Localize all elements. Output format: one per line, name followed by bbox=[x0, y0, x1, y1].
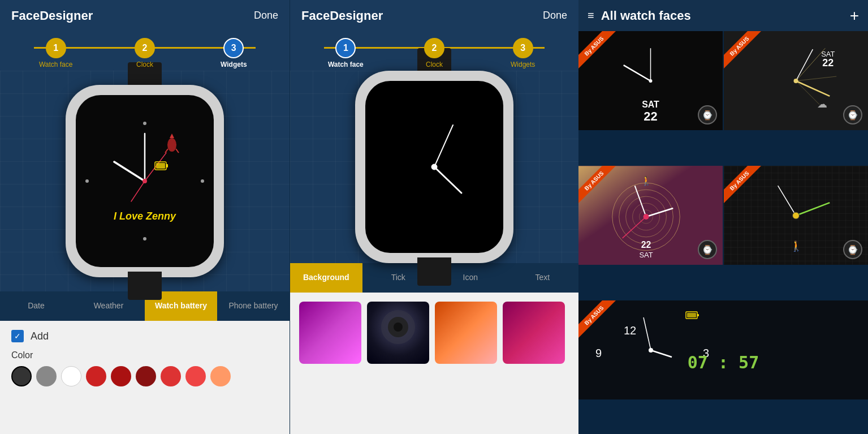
step-3-label: Widgets bbox=[221, 61, 247, 68]
svg-rect-10 bbox=[166, 164, 168, 167]
svg-line-7 bbox=[131, 181, 145, 201]
step-1-circle: 1 bbox=[46, 38, 66, 58]
watch-case: I Love Zenny bbox=[66, 85, 224, 277]
svg-text:07 : 57: 07 : 57 bbox=[688, 353, 759, 372]
p2-step-1-label: Watch face bbox=[328, 61, 364, 68]
by-asus-badge-5: By ASUS bbox=[578, 300, 624, 346]
svg-line-15 bbox=[176, 149, 179, 153]
panel3-title: All watch faces bbox=[601, 8, 691, 23]
panel1-steps: 1 Watch face 2 Clock 3 Widgets bbox=[0, 31, 290, 71]
watch-clock-svg-2 bbox=[365, 81, 503, 253]
svg-text:22: 22 bbox=[644, 109, 657, 123]
watch-icon-2: ⌚ bbox=[843, 105, 862, 124]
bg-thumb-purple[interactable] bbox=[299, 302, 361, 364]
p2-watch-case bbox=[355, 71, 513, 263]
svg-line-17 bbox=[434, 125, 453, 167]
svg-point-35 bbox=[794, 79, 798, 83]
svg-point-3 bbox=[201, 179, 204, 183]
watchface-cell-1[interactable]: SAT 22 By ASUS ⌚ bbox=[578, 31, 723, 130]
watchface-cell-3[interactable]: 🚶 22 SAT By ASUS ⌚ bbox=[578, 166, 723, 265]
step-3[interactable]: 3 Widgets bbox=[189, 38, 278, 68]
panel1-done-button[interactable]: Done bbox=[254, 10, 278, 22]
svg-text:12: 12 bbox=[624, 324, 636, 337]
color-swatch-red3[interactable] bbox=[136, 366, 156, 386]
panel1-title: FaceDesigner bbox=[11, 8, 93, 23]
panel-1: FaceDesigner Done 1 Watch face 2 Clock 3… bbox=[0, 0, 290, 434]
add-row: ✓ Add bbox=[11, 330, 278, 342]
svg-point-8 bbox=[142, 179, 147, 183]
panel2-watch-area bbox=[290, 71, 578, 263]
hamburger-icon[interactable]: ≡ bbox=[588, 9, 594, 22]
svg-text:SAT: SAT bbox=[639, 251, 653, 259]
step-3-circle: 3 bbox=[223, 38, 244, 58]
p2-step-3-circle: 3 bbox=[513, 38, 533, 58]
bg-thumb-orange[interactable] bbox=[435, 302, 497, 364]
by-asus-badge-4: By ASUS bbox=[724, 166, 769, 211]
svg-point-19 bbox=[431, 164, 437, 170]
svg-marker-13 bbox=[170, 134, 174, 138]
bg-thumb-pink[interactable] bbox=[503, 302, 565, 364]
color-swatch-red4[interactable] bbox=[161, 366, 181, 386]
svg-point-58 bbox=[793, 212, 800, 219]
color-swatch-salmon[interactable] bbox=[210, 366, 231, 386]
tab-date[interactable]: Date bbox=[0, 291, 72, 321]
svg-line-18 bbox=[434, 167, 461, 193]
svg-rect-68 bbox=[697, 314, 699, 316]
svg-text:9: 9 bbox=[595, 347, 602, 359]
step-1-label: Watch face bbox=[39, 61, 73, 68]
svg-line-5 bbox=[114, 162, 145, 181]
color-swatch-gray[interactable] bbox=[36, 366, 57, 386]
by-asus-text-4: By ASUS bbox=[724, 166, 762, 204]
panel2-steps: 1 Watch face 2 Clock 3 Widgets bbox=[290, 31, 578, 71]
add-watchface-button[interactable]: + bbox=[850, 7, 859, 25]
svg-point-0 bbox=[143, 122, 146, 125]
bg-thumb-space[interactable] bbox=[367, 302, 429, 364]
svg-point-2 bbox=[85, 179, 89, 183]
color-swatch-red2[interactable] bbox=[111, 366, 131, 386]
svg-point-12 bbox=[167, 138, 176, 152]
step-2-label: Clock bbox=[136, 61, 153, 68]
panel1-bottom: ✓ Add Color bbox=[0, 321, 290, 434]
color-swatch-black[interactable] bbox=[11, 366, 32, 386]
svg-text:SAT: SAT bbox=[642, 100, 659, 109]
svg-rect-69 bbox=[687, 313, 696, 317]
p2-watch-band-bottom bbox=[417, 257, 451, 286]
panel2-watch-body bbox=[355, 71, 513, 263]
add-checkbox[interactable]: ✓ bbox=[11, 330, 24, 342]
panel-3: ≡ All watch faces + SAT 22 By ASUS ⌚ bbox=[578, 0, 868, 434]
background-options bbox=[290, 293, 578, 434]
panel2-header: FaceDesigner Done bbox=[290, 0, 578, 31]
watchface-cell-4[interactable]: 🚶 By ASUS ⌚ bbox=[724, 166, 868, 265]
watch-band-bottom bbox=[128, 272, 162, 300]
panel1-watch-area: I Love Zenny bbox=[0, 71, 290, 291]
p2-step-1[interactable]: 1 Watch face bbox=[301, 38, 390, 68]
step-1[interactable]: 1 Watch face bbox=[11, 38, 100, 68]
color-swatch-white[interactable] bbox=[61, 366, 81, 386]
color-swatch-red5[interactable] bbox=[185, 366, 206, 386]
svg-line-14 bbox=[165, 149, 168, 153]
watchface-grid: SAT 22 By ASUS ⌚ SAT 22 bbox=[578, 31, 868, 434]
panel2-title: FaceDesigner bbox=[301, 8, 383, 23]
svg-point-50 bbox=[644, 214, 649, 220]
panel-2: FaceDesigner Done 1 Watch face 2 Clock 3… bbox=[290, 0, 578, 434]
svg-point-1 bbox=[143, 237, 146, 240]
watchface-cell-5[interactable]: 12 9 3 07 : 57 By ASUS bbox=[578, 300, 868, 399]
p2-tab-text[interactable]: Text bbox=[507, 263, 579, 293]
p2-tab-background[interactable]: Background bbox=[290, 263, 362, 293]
watch-icon-1: ⌚ bbox=[698, 105, 717, 124]
color-swatch-red1[interactable] bbox=[86, 366, 106, 386]
svg-text:☁: ☁ bbox=[817, 98, 827, 110]
p2-step-3[interactable]: 3 Widgets bbox=[478, 38, 567, 68]
step-2[interactable]: 2 Clock bbox=[100, 38, 189, 68]
by-asus-badge-3: By ASUS bbox=[578, 166, 624, 211]
panel1-header: FaceDesigner Done bbox=[0, 0, 290, 31]
svg-text:22: 22 bbox=[641, 240, 651, 250]
tab-phone-battery[interactable]: Phone battery bbox=[217, 291, 290, 321]
p2-step-2-circle: 2 bbox=[424, 38, 444, 58]
watchface-cell-2[interactable]: SAT 22 ☁ By ASUS ⌚ bbox=[724, 31, 868, 130]
by-asus-text-3: By ASUS bbox=[578, 166, 617, 204]
panel2-done-button[interactable]: Done bbox=[543, 10, 567, 22]
p2-step-2[interactable]: 2 Clock bbox=[390, 38, 479, 68]
panel3-header: ≡ All watch faces + bbox=[578, 0, 868, 31]
watch-icon-4: ⌚ bbox=[843, 240, 862, 259]
